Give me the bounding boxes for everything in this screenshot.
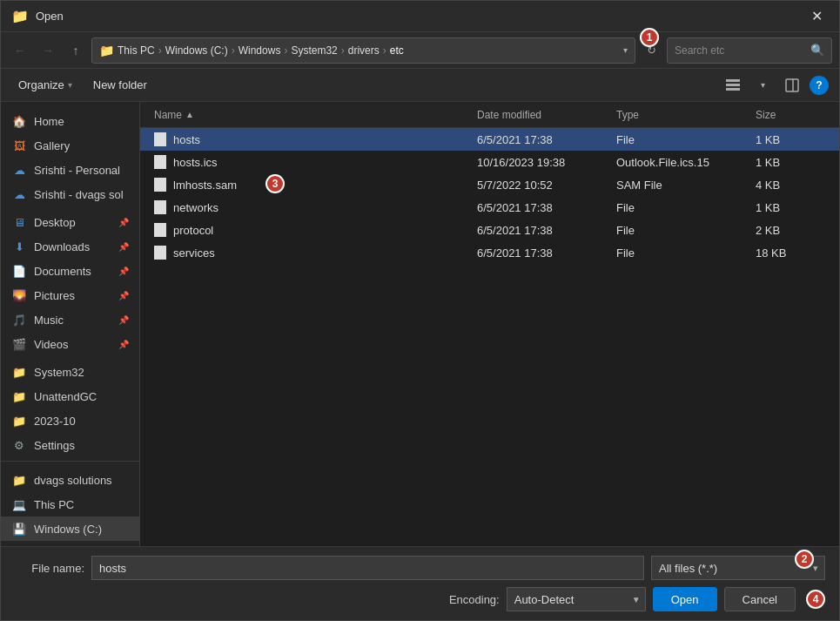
file-size: 1 KB xyxy=(756,201,825,214)
new-folder-button[interactable]: New folder xyxy=(86,75,154,95)
breadcrumb-windows[interactable]: Windows xyxy=(239,44,281,57)
sidebar-item-onedrive-work[interactable]: ☁ Srishti - dvags sol xyxy=(1,182,139,206)
sidebar: 🏠 Home 🖼 Gallery ☁ Srishti - Personal ☁ … xyxy=(1,102,140,546)
title-bar-left: 📁 Open xyxy=(11,8,64,24)
breadcrumb-thispc[interactable]: This PC xyxy=(118,44,155,57)
system32-icon: 📁 xyxy=(11,364,27,380)
organize-button[interactable]: Organize ▾ xyxy=(11,75,79,95)
file-type: File xyxy=(616,133,756,146)
file-name-text: protocol xyxy=(173,224,213,237)
svg-rect-0 xyxy=(726,79,740,82)
folder-icon: 📁 xyxy=(11,8,29,24)
file-name-text: lmhosts.sam xyxy=(173,179,237,192)
col-date[interactable]: Date modified xyxy=(477,109,616,121)
sidebar-item-thispc[interactable]: 💻 This PC xyxy=(1,492,139,516)
back-button[interactable]: ← xyxy=(8,38,32,63)
col-name[interactable]: Name ▲ xyxy=(154,109,477,121)
breadcrumb-drivers[interactable]: drivers xyxy=(348,44,380,57)
documents-icon: 📄 xyxy=(11,263,27,279)
downloads-icon: ⬇ xyxy=(11,239,27,254)
2023-icon: 📁 xyxy=(11,413,27,429)
sidebar-item-2023-10[interactable]: 📁 2023-10 xyxy=(1,408,139,433)
sidebar-item-dvags[interactable]: 📁 dvags solutions xyxy=(1,468,139,492)
annotation-badge-3: 3 xyxy=(265,174,285,193)
table-row[interactable]: services 6/5/2021 17:38 File 18 KB xyxy=(140,241,839,264)
sidebar-item-windows-c[interactable]: 💾 Windows (C:) xyxy=(1,516,139,541)
breadcrumb-system32[interactable]: System32 xyxy=(291,44,337,57)
file-table-header: Name ▲ Date modified Type Size xyxy=(140,102,839,128)
sidebar-item-pictures[interactable]: 🌄 Pictures 📌 xyxy=(1,283,139,307)
table-row[interactable]: lmhosts.sam 5/7/2022 10:52 SAM File 4 KB xyxy=(140,173,839,196)
close-button[interactable]: ✕ xyxy=(804,4,829,29)
filename-input[interactable] xyxy=(91,556,644,580)
annotation-badge-4: 4 xyxy=(806,590,825,609)
sidebar-item-videos[interactable]: 🎬 Videos 📌 xyxy=(1,332,139,356)
toolbar-right: ▾ ? xyxy=(721,73,829,98)
windowsc-icon: 💾 xyxy=(11,521,27,537)
help-button[interactable]: ? xyxy=(810,76,829,95)
file-name-cell: hosts.ics xyxy=(154,155,477,169)
open-button[interactable]: Open xyxy=(653,587,717,611)
sidebar-item-documents[interactable]: 📄 Documents 📌 xyxy=(1,259,139,283)
up-button[interactable]: ↑ xyxy=(64,38,88,63)
pictures-pin-icon: 📌 xyxy=(118,291,129,300)
file-list: hosts 6/5/2021 17:38 File 1 KB hosts.ics… xyxy=(140,128,839,546)
onedrive-personal-icon: ☁ xyxy=(11,162,27,178)
file-date: 6/5/2021 17:38 xyxy=(477,224,616,237)
organize-dropdown-icon: ▾ xyxy=(68,80,72,90)
main-content: 🏠 Home 🖼 Gallery ☁ Srishti - Personal ☁ … xyxy=(1,102,839,546)
breadcrumb-dropdown-icon[interactable]: ▾ xyxy=(623,45,628,55)
table-row[interactable]: hosts 6/5/2021 17:38 File 1 KB xyxy=(140,128,839,151)
sidebar-item-disk-e[interactable]: 💾 Disk (E:) xyxy=(1,541,139,546)
sidebar-item-onedrive-personal[interactable]: ☁ Srishti - Personal xyxy=(1,158,139,182)
file-icon xyxy=(154,132,166,146)
sidebar-item-gallery[interactable]: 🖼 Gallery xyxy=(1,133,139,158)
table-row[interactable]: networks 6/5/2021 17:38 File 1 KB xyxy=(140,196,839,219)
preview-pane-button[interactable] xyxy=(780,73,804,98)
sidebar-item-system32[interactable]: 📁 System32 xyxy=(1,360,139,384)
music-icon: 🎵 xyxy=(11,312,27,327)
file-icon xyxy=(154,246,166,260)
sidebar-item-desktop[interactable]: 🖥 Desktop 📌 xyxy=(1,210,139,234)
col-type[interactable]: Type xyxy=(616,109,756,121)
filename-row: File name: All files (*.*) Text files (*… xyxy=(15,556,825,580)
svg-rect-2 xyxy=(726,88,740,91)
gallery-icon: 🖼 xyxy=(11,138,27,153)
forward-button[interactable]: → xyxy=(36,38,60,63)
breadcrumb-c[interactable]: Windows (C:) xyxy=(165,44,228,57)
file-size: 18 KB xyxy=(756,246,825,260)
dialog-title: Open xyxy=(36,10,64,23)
svg-rect-3 xyxy=(786,79,798,91)
file-type: SAM File xyxy=(616,179,756,192)
sidebar-item-settings[interactable]: ⚙ Settings xyxy=(1,433,139,457)
search-box: 🔍 xyxy=(667,37,832,64)
filename-label: File name: xyxy=(15,562,84,575)
encoding-wrapper: Auto-Detect UTF-8 UTF-16 ANSI ▾ xyxy=(507,587,646,611)
breadcrumb-current: etc xyxy=(390,44,404,57)
sidebar-item-unattendgc[interactable]: 📁 UnattendGC xyxy=(1,384,139,408)
dvags-icon: 📁 xyxy=(11,472,27,488)
view-dropdown-icon[interactable]: ▾ xyxy=(750,73,775,98)
downloads-pin-icon: 📌 xyxy=(118,242,129,252)
sidebar-item-home[interactable]: 🏠 Home xyxy=(1,109,139,133)
file-icon xyxy=(154,155,166,169)
cancel-button[interactable]: Cancel xyxy=(724,587,796,611)
file-name-text: services xyxy=(173,246,215,260)
annotation-badge-2: 2 xyxy=(795,550,814,569)
search-input[interactable] xyxy=(675,44,805,57)
table-row[interactable]: protocol 6/5/2021 17:38 File 2 KB xyxy=(140,219,839,241)
breadcrumb-bar[interactable]: 📁 This PC › Windows (C:) › Windows › Sys… xyxy=(91,37,635,64)
file-date: 6/5/2021 17:38 xyxy=(477,246,616,260)
sidebar-item-music[interactable]: 🎵 Music 📌 xyxy=(1,307,139,332)
pictures-icon: 🌄 xyxy=(11,287,27,303)
table-row[interactable]: hosts.ics 10/16/2023 19:38 Outlook.File.… xyxy=(140,151,839,173)
file-size: 1 KB xyxy=(756,133,825,146)
file-type: Outlook.File.ics.15 xyxy=(616,156,756,169)
sort-arrow: ▲ xyxy=(185,110,194,119)
encoding-select[interactable]: Auto-Detect UTF-8 UTF-16 ANSI xyxy=(507,587,646,611)
file-name-cell: networks xyxy=(154,200,477,214)
view-details-button[interactable] xyxy=(721,73,745,98)
svg-rect-1 xyxy=(726,84,740,86)
sidebar-item-downloads[interactable]: ⬇ Downloads 📌 xyxy=(1,234,139,259)
col-size[interactable]: Size xyxy=(756,109,825,121)
